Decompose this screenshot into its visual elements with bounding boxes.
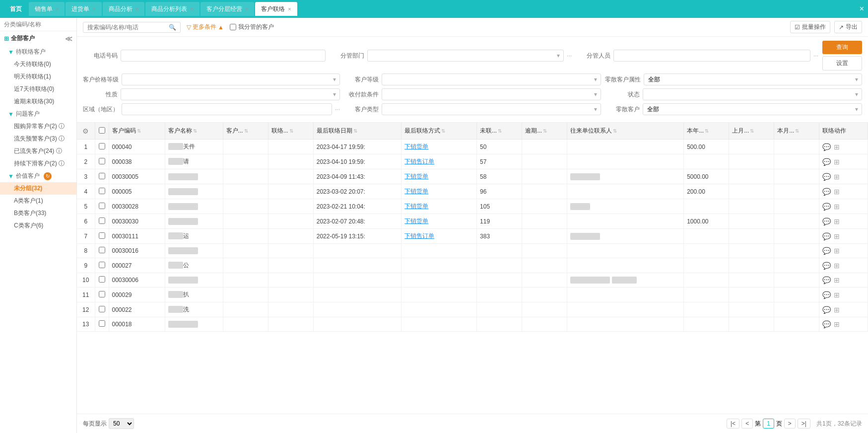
collapse-icon[interactable]: ≪	[65, 35, 72, 43]
th-last-method[interactable]: 最后联络方式⇅	[401, 123, 477, 140]
area-more-icon[interactable]: ···	[335, 106, 340, 113]
grid-action-icon[interactable]: ⊞	[834, 247, 840, 255]
row-checkbox[interactable]	[99, 320, 105, 327]
close-icon[interactable]: ×	[92, 6, 95, 12]
person-more-icon[interactable]: ···	[813, 52, 818, 59]
row-checkbox[interactable]	[99, 188, 105, 194]
row-checkbox-cell[interactable]	[95, 244, 109, 258]
sidebar-item-tomorrow[interactable]: 明天待联络(1)	[0, 71, 76, 83]
message-icon[interactable]: 💬	[822, 188, 831, 196]
row-checkbox[interactable]	[99, 158, 105, 164]
close-icon[interactable]: ×	[56, 6, 59, 12]
phone-input[interactable]	[121, 50, 326, 62]
message-icon[interactable]: 💬	[822, 173, 831, 181]
sidebar-item-class-c[interactable]: C类客户(6)	[0, 219, 76, 232]
row-checkbox-cell[interactable]	[95, 273, 109, 288]
message-icon[interactable]: 💬	[822, 320, 831, 328]
grid-action-icon[interactable]: ⊞	[834, 276, 840, 284]
customer-level-select[interactable]	[382, 73, 601, 85]
refresh-icon[interactable]: ↻	[44, 172, 52, 180]
grid-action-icon[interactable]: ⊞	[834, 173, 840, 181]
my-customer-check[interactable]	[230, 24, 236, 30]
select-all-checkbox[interactable]	[99, 127, 105, 134]
th-type[interactable]: 客户...⇅	[223, 123, 268, 140]
th-contact[interactable]: 联络...⇅	[268, 123, 313, 140]
first-page-btn[interactable]: |<	[727, 419, 739, 429]
message-icon[interactable]: 💬	[822, 232, 831, 240]
last-page-btn[interactable]: >|	[798, 419, 810, 429]
grid-action-icon[interactable]: ⊞	[834, 320, 840, 328]
settings-icon[interactable]: ⚙	[82, 127, 89, 135]
nav-tab-purchase[interactable]: 进货单 ×	[66, 2, 101, 16]
grid-action-icon[interactable]: ⊞	[834, 291, 840, 299]
query-button[interactable]: 查询	[822, 41, 862, 54]
row-checkbox[interactable]	[99, 276, 105, 283]
sidebar-item-today[interactable]: 今天待联络(0)	[0, 58, 76, 71]
person-input[interactable]	[613, 50, 810, 62]
row-checkbox-cell[interactable]	[95, 229, 109, 244]
th-this-month[interactable]: 本月...⇅	[774, 123, 819, 140]
customer-type-select[interactable]	[382, 103, 601, 115]
window-close-button[interactable]: ×	[860, 4, 864, 13]
export-btn[interactable]: ↗ 导出	[834, 21, 862, 33]
sidebar-item-class-b[interactable]: B类客户(33)	[0, 207, 76, 219]
row-checkbox[interactable]	[99, 306, 105, 312]
row-checkbox[interactable]	[99, 291, 105, 297]
close-icon[interactable]: ×	[288, 6, 291, 12]
status-select[interactable]	[643, 88, 862, 100]
message-icon[interactable]: 💬	[822, 143, 831, 151]
payment-select[interactable]	[382, 88, 601, 100]
row-checkbox-cell[interactable]	[95, 214, 109, 229]
message-icon[interactable]: 💬	[822, 217, 831, 225]
close-icon[interactable]: ×	[135, 6, 138, 12]
row-checkbox[interactable]	[99, 217, 105, 224]
sidebar-item-lost[interactable]: 已流失客户(24) ⓘ	[0, 145, 76, 157]
row-checkbox-cell[interactable]	[95, 169, 109, 184]
all-customers-header[interactable]: ⊞ 全部客户 ≪	[0, 31, 76, 46]
th-not-contacted[interactable]: 未联...⇅	[477, 123, 522, 140]
row-checkbox[interactable]	[99, 262, 105, 268]
grid-action-icon[interactable]: ⊞	[834, 262, 840, 270]
grid-action-icon[interactable]: ⊞	[834, 188, 840, 196]
search-icon[interactable]: 🔍	[169, 24, 176, 31]
th-code[interactable]: 客户编码⇅	[109, 123, 165, 140]
grid-action-icon[interactable]: ⊞	[834, 143, 840, 151]
row-checkbox-cell[interactable]	[95, 317, 109, 332]
sidebar-item-overdue[interactable]: 逾期未联络(30)	[0, 95, 76, 108]
sidebar-item-loss-warning[interactable]: 流失预警客户(3) ⓘ	[0, 133, 76, 145]
close-icon[interactable]: ×	[245, 6, 248, 12]
row-checkbox-cell[interactable]	[95, 184, 109, 199]
row-checkbox[interactable]	[99, 247, 105, 253]
th-name[interactable]: 客户名称⇅	[165, 123, 223, 140]
prev-page-btn[interactable]: <	[741, 419, 753, 429]
link-cell[interactable]: 下销售订单	[404, 232, 434, 239]
message-icon[interactable]: 💬	[822, 262, 831, 270]
row-checkbox-cell[interactable]	[95, 140, 109, 154]
row-checkbox-cell[interactable]	[95, 199, 109, 214]
row-checkbox-cell[interactable]	[95, 258, 109, 273]
message-icon[interactable]: 💬	[822, 203, 831, 211]
message-icon[interactable]: 💬	[822, 291, 831, 299]
sidebar-group-value[interactable]: ▼ 价值客户 ↻	[0, 170, 76, 182]
close-icon[interactable]: ×	[190, 6, 193, 12]
link-cell[interactable]: 下销货单	[404, 173, 428, 180]
row-checkbox[interactable]	[99, 203, 105, 209]
grid-action-icon[interactable]: ⊞	[834, 158, 840, 166]
row-checkbox-cell[interactable]	[95, 154, 109, 169]
message-icon[interactable]: 💬	[822, 158, 831, 166]
link-cell[interactable]: 下销货单	[404, 203, 428, 210]
row-checkbox-cell[interactable]	[95, 302, 109, 317]
retail-customer-select[interactable]: 全部	[643, 103, 862, 115]
batch-operation-btn[interactable]: ☑ 批量操作	[790, 21, 830, 33]
sidebar-item-class-a[interactable]: A类客户(1)	[0, 195, 76, 207]
message-icon[interactable]: 💬	[822, 306, 831, 314]
th-this-year[interactable]: 本年...⇅	[684, 123, 729, 140]
gender-select[interactable]	[121, 88, 340, 100]
page-size-select[interactable]: 50 20 100	[109, 418, 134, 429]
sidebar-item-ungroup[interactable]: 未分组(32)	[0, 182, 76, 195]
search-input[interactable]	[87, 24, 167, 31]
link-cell[interactable]: 下销售订单	[404, 158, 434, 165]
th-overdue[interactable]: 逾期...⇅	[522, 123, 567, 140]
sidebar-item-7days[interactable]: 近7天待联络(0)	[0, 83, 76, 95]
nav-tab-home[interactable]: 首页	[4, 2, 28, 16]
